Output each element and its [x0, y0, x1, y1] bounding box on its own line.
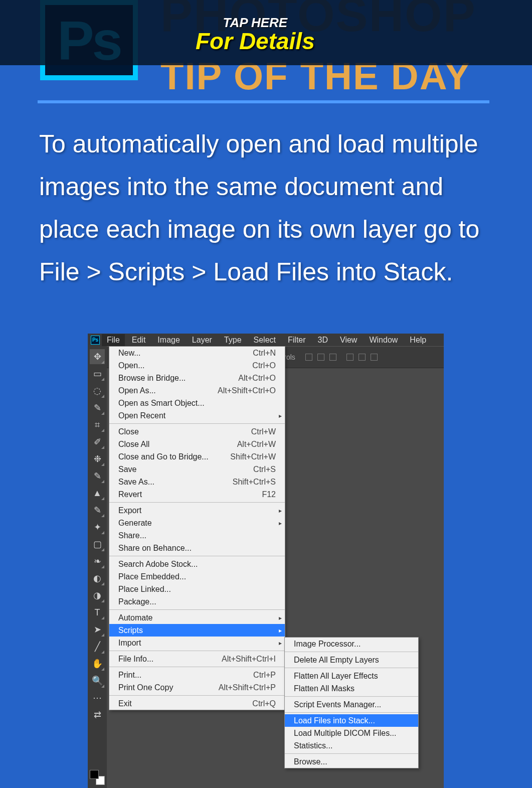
- path-tool[interactable]: ➤: [90, 622, 105, 637]
- zoom-tool[interactable]: 🔍: [90, 673, 105, 688]
- menu-item[interactable]: File Info...Alt+Shift+Ctrl+I: [109, 653, 285, 665]
- align-icon[interactable]: [317, 354, 324, 361]
- quick-select-tool[interactable]: ✎: [90, 400, 105, 415]
- menu-item[interactable]: Delete All Empty Layers: [285, 654, 418, 666]
- menubar-view[interactable]: View: [335, 334, 362, 346]
- menu-item-label: Place Embedded...: [118, 572, 186, 581]
- menu-item[interactable]: ExitCtrl+Q: [109, 697, 285, 710]
- menu-item[interactable]: Open as Smart Object...: [109, 397, 285, 409]
- menu-item[interactable]: Statistics...: [285, 739, 418, 752]
- menu-item-label: Share...: [118, 531, 146, 540]
- menubar-window[interactable]: Window: [364, 334, 403, 346]
- move-tool[interactable]: ✥: [90, 349, 105, 364]
- marquee-tool[interactable]: ▭: [90, 366, 105, 381]
- menu-item[interactable]: Save As...Shift+Ctrl+S: [109, 476, 285, 488]
- menu-item-label: Close: [118, 427, 139, 436]
- history-brush-tool[interactable]: ✎: [90, 503, 105, 518]
- menu-item[interactable]: Open As...Alt+Shift+Ctrl+O: [109, 384, 285, 397]
- menubar-image[interactable]: Image: [152, 334, 185, 346]
- menu-item[interactable]: New...Ctrl+N: [109, 347, 285, 359]
- menu-item[interactable]: SaveCtrl+S: [109, 463, 285, 476]
- menu-item[interactable]: Image Processor...: [285, 638, 418, 650]
- fg-swatch[interactable]: [90, 770, 99, 779]
- menu-item[interactable]: Browse in Bridge...Alt+Ctrl+O: [109, 372, 285, 384]
- menu-item[interactable]: CloseCtrl+W: [109, 425, 285, 438]
- menu-item[interactable]: Scripts: [109, 624, 285, 637]
- menubar-edit[interactable]: Edit: [127, 334, 151, 346]
- hand-tool[interactable]: ✋: [90, 656, 105, 671]
- menubar-filter[interactable]: Filter: [283, 334, 311, 346]
- crop-tool[interactable]: ⌗: [90, 417, 105, 432]
- distribute-icon[interactable]: [371, 354, 378, 361]
- menu-item[interactable]: Export: [109, 504, 285, 517]
- menubar-help[interactable]: Help: [405, 334, 431, 346]
- menu-item[interactable]: Automate: [109, 611, 285, 624]
- menubar-3d[interactable]: 3D: [313, 334, 333, 346]
- menu-item-shortcut: Ctrl+N: [253, 349, 276, 358]
- menu-item[interactable]: Import: [109, 637, 285, 649]
- menu-item[interactable]: Share on Behance...: [109, 542, 285, 554]
- menu-item-label: Print One Copy: [118, 683, 173, 692]
- menu-item-shortcut: Alt+Shift+Ctrl+I: [222, 655, 276, 664]
- menubar-file[interactable]: File: [102, 334, 125, 346]
- menu-item[interactable]: Load Files into Stack...: [285, 714, 418, 727]
- menu-item-label: Open Recent: [118, 411, 165, 420]
- menu-separator: [109, 667, 285, 667]
- menu-item[interactable]: RevertF12: [109, 488, 285, 501]
- more-tool[interactable]: ⋯: [90, 690, 105, 705]
- menu-item[interactable]: Print...Ctrl+P: [109, 669, 285, 681]
- menu-separator: [285, 668, 418, 668]
- menu-item[interactable]: Script Events Manager...: [285, 698, 418, 711]
- menu-item[interactable]: Print One CopyAlt+Shift+Ctrl+P: [109, 681, 285, 694]
- gradient-tool[interactable]: ▢: [90, 537, 105, 552]
- menu-item[interactable]: Open Recent: [109, 409, 285, 422]
- menu-item[interactable]: Close AllAlt+Ctrl+W: [109, 438, 285, 450]
- menu-item-label: Exit: [118, 699, 132, 708]
- menu-separator: [285, 652, 418, 652]
- blur-tool[interactable]: ❧: [90, 554, 105, 569]
- stamp-tool[interactable]: ▲: [90, 486, 105, 501]
- menu-separator: [109, 651, 285, 651]
- menu-item[interactable]: Place Embedded...: [109, 570, 285, 583]
- burn-tool[interactable]: ◑: [90, 588, 105, 603]
- line-tool[interactable]: ╱: [90, 639, 105, 654]
- menu-item-label: Open as Smart Object...: [118, 399, 205, 408]
- menu-item-shortcut: Alt+Shift+Ctrl+O: [218, 386, 276, 395]
- distribute-icon[interactable]: [359, 354, 366, 361]
- align-icon[interactable]: [305, 354, 312, 361]
- align-icon[interactable]: [329, 354, 336, 361]
- brush-tool[interactable]: ✎: [90, 468, 105, 484]
- menu-item[interactable]: Search Adobe Stock...: [109, 558, 285, 570]
- menu-item[interactable]: Browse...: [285, 755, 418, 768]
- lasso-tool[interactable]: ◌: [90, 383, 105, 398]
- menu-item-label: Load Multiple DICOM Files...: [294, 729, 397, 738]
- menu-item[interactable]: Flatten All Layer Effects: [285, 670, 418, 682]
- menu-item-label: New...: [118, 349, 140, 358]
- menu-item[interactable]: Load Multiple DICOM Files...: [285, 727, 418, 739]
- type-tool[interactable]: T: [90, 605, 105, 620]
- swap-tool[interactable]: ⇄: [90, 707, 105, 722]
- cta-overlay[interactable]: TAP HERE For Details: [196, 15, 315, 55]
- menu-item-label: Delete All Empty Layers: [294, 656, 379, 665]
- menu-item-label: Import: [118, 639, 141, 648]
- menubar-type[interactable]: Type: [219, 334, 247, 346]
- menubar-select[interactable]: Select: [249, 334, 281, 346]
- menu-item[interactable]: Open...Ctrl+O: [109, 359, 285, 372]
- menu-item-shortcut: Alt+Ctrl+W: [237, 440, 276, 449]
- menu-item-label: Automate: [118, 613, 152, 622]
- healing-tool[interactable]: ❉: [90, 451, 105, 466]
- distribute-icon[interactable]: [346, 354, 353, 361]
- menu-separator: [109, 556, 285, 556]
- eraser-tool[interactable]: ✦: [90, 520, 105, 535]
- menu-item[interactable]: Place Linked...: [109, 583, 285, 595]
- menu-item[interactable]: Share...: [109, 529, 285, 542]
- menu-item[interactable]: Flatten All Masks: [285, 682, 418, 695]
- menu-item[interactable]: Generate: [109, 517, 285, 529]
- menubar-layer[interactable]: Layer: [187, 334, 217, 346]
- eyedropper-tool[interactable]: ✐: [90, 434, 105, 449]
- menu-item-label: Share on Behance...: [118, 544, 192, 553]
- dodge-tool[interactable]: ◐: [90, 571, 105, 586]
- menu-item[interactable]: Package...: [109, 595, 285, 608]
- menu-item[interactable]: Close and Go to Bridge...Shift+Ctrl+W: [109, 450, 285, 463]
- color-swatches[interactable]: [90, 770, 105, 785]
